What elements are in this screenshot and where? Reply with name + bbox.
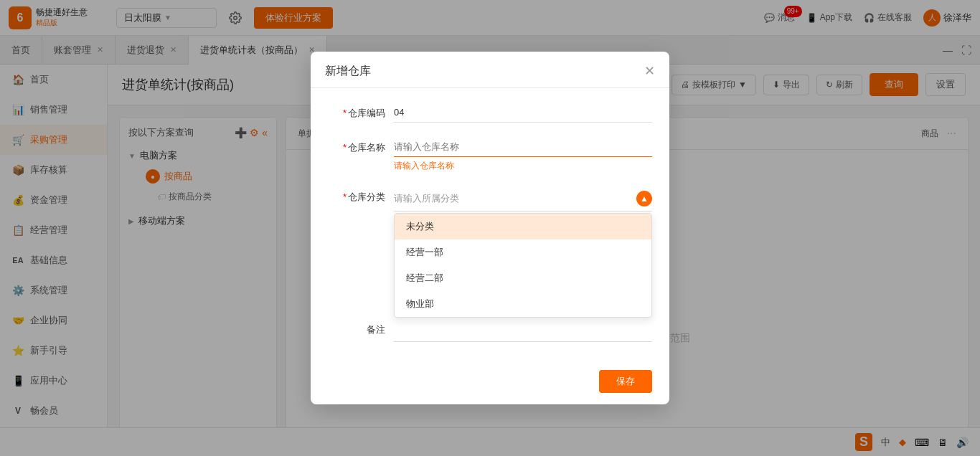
form-row-note: 备注 [328, 319, 652, 344]
note-input[interactable] [394, 319, 652, 342]
category-dropdown: 请输入所属分类 ▲ 未分类 经营一部 经营二部 物业部 [394, 186, 652, 212]
code-label: 仓库编码 [328, 103, 385, 120]
name-error-msg: 请输入仓库名称 [394, 160, 652, 172]
modal-overlay: 新增仓库 ✕ 仓库编码 仓库名称 请输入仓库名称 仓库分类 [0, 0, 980, 456]
option-property[interactable]: 物业部 [395, 291, 651, 317]
name-input[interactable] [394, 137, 652, 157]
form-row-category: 仓库分类 请输入所属分类 ▲ 未分类 经营一部 经营二部 物业部 [328, 186, 652, 212]
category-control: 请输入所属分类 ▲ 未分类 经营一部 经营二部 物业部 [394, 186, 652, 212]
modal-body: 仓库编码 仓库名称 请输入仓库名称 仓库分类 请输 [311, 88, 669, 344]
modal-close-btn[interactable]: ✕ [644, 63, 655, 79]
form-row-name: 仓库名称 请输入仓库名称 [328, 137, 652, 172]
name-label: 仓库名称 [328, 137, 385, 154]
category-trigger[interactable]: 请输入所属分类 ▲ [394, 186, 652, 212]
note-control [394, 319, 652, 344]
category-label: 仓库分类 [328, 186, 385, 204]
note-label: 备注 [328, 319, 385, 336]
modal-footer: 保存 [311, 358, 669, 404]
chevron-up-icon: ▲ [636, 191, 652, 206]
modal-title: 新增仓库 [325, 64, 371, 79]
option-dept1[interactable]: 经营一部 [395, 239, 651, 265]
code-control [394, 103, 652, 123]
option-dept2[interactable]: 经营二部 [395, 265, 651, 291]
category-placeholder: 请输入所属分类 [394, 192, 459, 205]
add-warehouse-modal: 新增仓库 ✕ 仓库编码 仓库名称 请输入仓库名称 仓库分类 [311, 52, 669, 404]
option-uncategorized[interactable]: 未分类 [395, 214, 651, 239]
code-input[interactable] [394, 103, 652, 123]
save-button[interactable]: 保存 [599, 370, 652, 393]
name-control: 请输入仓库名称 [394, 137, 652, 172]
form-row-code: 仓库编码 [328, 103, 652, 123]
category-dropdown-list: 未分类 经营一部 经营二部 物业部 [394, 213, 652, 318]
modal-header: 新增仓库 ✕ [311, 52, 669, 88]
